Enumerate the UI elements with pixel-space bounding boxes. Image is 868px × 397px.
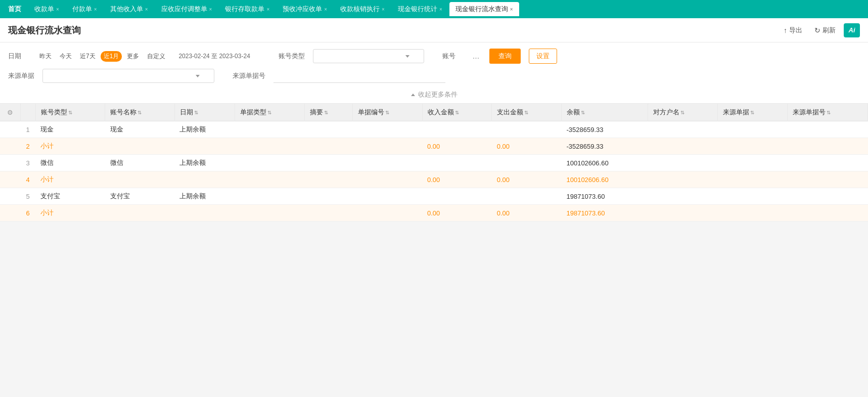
nav-tab-其他收入单[interactable]: 其他收入单× [104, 2, 154, 16]
cell-doc_type [235, 171, 305, 188]
tab-label: 其他收入单 [110, 5, 143, 14]
col-header-account_name[interactable]: 账号名称⇅ [105, 104, 175, 121]
row-gear [0, 138, 20, 155]
cell-counterpart [648, 188, 718, 205]
col-header-counterpart[interactable]: 对方户名⇅ [648, 104, 718, 121]
cell-doc_type [235, 155, 305, 171]
date-option-今天[interactable]: 今天 [57, 51, 75, 62]
nav-tab-银行存取款单[interactable]: 银行存取款单× [219, 2, 276, 16]
export-button[interactable]: ↑ 导出 [780, 24, 806, 37]
nav-tab-收款单[interactable]: 收款单× [28, 2, 65, 16]
col-header-doc_type[interactable]: 单据类型⇅ [235, 104, 305, 121]
sort-icon: ⇅ [194, 110, 198, 115]
cell-date: 上期余额 [174, 155, 235, 171]
table-row: 2小计0.000.00-3528659.33 [0, 138, 868, 155]
gear-column-header[interactable]: ⚙ [0, 104, 20, 121]
date-option-近1月[interactable]: 近1月 [101, 51, 122, 62]
nav-tab-home[interactable]: 首页 [2, 2, 27, 16]
tab-close-icon[interactable]: × [510, 7, 513, 12]
cell-counterpart [648, 155, 718, 171]
nav-tab-现金银行流水查询[interactable]: 现金银行流水查询× [449, 2, 519, 16]
col-header-source_doc[interactable]: 来源单据⇅ [717, 104, 787, 121]
tab-label: 现金银行统计 [398, 5, 437, 14]
tab-close-icon[interactable]: × [209, 7, 212, 12]
table-container: ⚙账号类型⇅账号名称⇅日期⇅单据类型⇅摘要⇅单据编号⇅收入金额⇅支出金额⇅余额⇅… [0, 104, 868, 222]
cell-doc_no [352, 121, 422, 138]
cell-account_name: 支付宝 [105, 188, 175, 205]
page-title: 现金银行流水查询 [8, 24, 81, 36]
home-label: 首页 [8, 5, 21, 14]
tab-close-icon[interactable]: × [94, 7, 97, 12]
cell-balance: 19871073.60 [561, 188, 648, 205]
nav-tab-应收应付调整单[interactable]: 应收应付调整单× [155, 2, 218, 16]
sort-icon: ⇅ [324, 110, 328, 115]
date-option-昨天[interactable]: 昨天 [36, 51, 55, 62]
tab-label: 应收应付调整单 [161, 5, 207, 14]
col-header-balance[interactable]: 余额⇅ [561, 104, 648, 121]
source-doc-no-input[interactable] [273, 69, 445, 83]
date-label: 日期 [8, 52, 28, 61]
settings-button[interactable]: 设置 [529, 49, 557, 64]
col-header-summary[interactable]: 摘要⇅ [305, 104, 353, 121]
date-range: 2023-02-24 至 2023-03-24 [178, 52, 250, 61]
data-table: ⚙账号类型⇅账号名称⇅日期⇅单据类型⇅摘要⇅单据编号⇅收入金额⇅支出金额⇅余额⇅… [0, 104, 868, 222]
tab-label: 付款单 [72, 5, 92, 14]
table-header-row: ⚙账号类型⇅账号名称⇅日期⇅单据类型⇅摘要⇅单据编号⇅收入金额⇅支出金额⇅余额⇅… [0, 104, 868, 121]
tab-close-icon[interactable]: × [324, 7, 327, 12]
ai-badge[interactable]: Ai [844, 23, 860, 37]
cell-doc_type [235, 205, 305, 222]
sort-icon: ⇅ [680, 110, 684, 115]
tab-close-icon[interactable]: × [56, 7, 59, 12]
account-label: 账号 [442, 52, 463, 61]
cell-source_doc_no [787, 205, 867, 222]
col-header-account_type[interactable]: 账号类型⇅ [35, 104, 105, 121]
account-type-select[interactable] [313, 49, 424, 63]
cell-date: 上期余额 [174, 188, 235, 205]
refresh-button[interactable]: ↻ 刷新 [810, 24, 840, 37]
account-dots-button[interactable]: ... [471, 52, 481, 61]
cell-summary [305, 188, 353, 205]
tab-close-icon[interactable]: × [382, 7, 385, 12]
tab-close-icon[interactable]: × [439, 7, 442, 12]
col-header-income[interactable]: 收入金额⇅ [422, 104, 492, 121]
tab-close-icon[interactable]: × [145, 7, 148, 12]
cell-summary [305, 205, 353, 222]
cell-summary [305, 121, 353, 138]
collapse-bar[interactable]: 收起更多条件 [8, 88, 860, 99]
row-gear [0, 171, 20, 188]
cell-source_doc [717, 155, 787, 171]
query-button[interactable]: 查询 [489, 49, 521, 64]
row-gear [0, 121, 20, 138]
filter-row-2: 来源单据 来源单据号 [8, 69, 860, 83]
nav-tab-付款单[interactable]: 付款单× [66, 2, 103, 16]
cell-balance: -3528659.33 [561, 138, 648, 155]
nav-tab-现金银行统计[interactable]: 现金银行统计× [392, 2, 448, 16]
date-option-更多[interactable]: 更多 [124, 51, 142, 62]
col-header-expense[interactable]: 支出金额⇅ [492, 104, 562, 121]
col-header-source_doc_no[interactable]: 来源单据号⇅ [787, 104, 867, 121]
cell-account_type: 小计 [35, 171, 105, 188]
cell-doc_type [235, 138, 305, 155]
source-doc-select[interactable] [42, 69, 214, 83]
cell-account_type: 现金 [35, 121, 105, 138]
rownum-column-header [20, 104, 35, 121]
cell-source_doc_no [787, 155, 867, 171]
sort-icon: ⇅ [827, 110, 831, 115]
cell-doc_type [235, 188, 305, 205]
tab-close-icon[interactable]: × [266, 7, 269, 12]
cell-account_name [105, 171, 175, 188]
tab-label: 收款单 [34, 5, 54, 14]
col-header-doc_no[interactable]: 单据编号⇅ [352, 104, 422, 121]
row-number: 1 [20, 121, 35, 138]
date-option-自定义[interactable]: 自定义 [144, 51, 168, 62]
tab-label: 银行存取款单 [225, 5, 264, 14]
col-header-date[interactable]: 日期⇅ [174, 104, 235, 121]
export-label: 导出 [789, 26, 802, 35]
source-doc-label: 来源单据 [8, 71, 34, 80]
filter-area: 日期 昨天今天近7天近1月更多自定义 2023-02-24 至 2023-03-… [0, 42, 868, 104]
cell-income [422, 188, 492, 205]
nav-tab-预收冲应收单[interactable]: 预收冲应收单× [277, 2, 333, 16]
nav-tab-收款核销执行[interactable]: 收款核销执行× [334, 2, 391, 16]
cell-balance: 19871073.60 [561, 205, 648, 222]
date-option-近7天[interactable]: 近7天 [77, 51, 99, 62]
